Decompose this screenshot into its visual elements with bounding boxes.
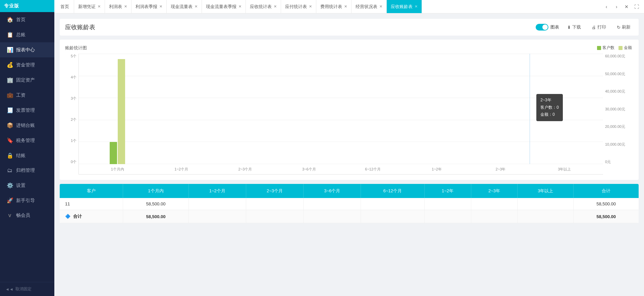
collapse-label: 取消固定 (15, 286, 32, 292)
sidebar-item-closing-label: 结账 (16, 153, 25, 159)
settings-icon: ⚙️ (7, 182, 13, 189)
bar-group-5 (341, 54, 405, 164)
chart-inner: 2~3年 客户数：0 金额：0 1个月内 1~2个月 2~3个月 3~6个月 6… (78, 54, 603, 175)
legend-customers-label: 客户数 (602, 45, 614, 51)
sidebar-item-ledger[interactable]: 📋 总账 (0, 27, 54, 42)
tab-receivable-stat[interactable]: 应收统计表 ✕ (246, 0, 281, 13)
bars-area (79, 54, 603, 164)
tab-aging[interactable]: 应收账龄表 ✕ (387, 0, 422, 13)
tab-payable-stat[interactable]: 应付统计表 ✕ (281, 0, 316, 13)
col-header-1-2m: 1~2个月 (189, 184, 246, 198)
total-row: 🔷 合计 58,500.00 58,500.00 (60, 210, 639, 223)
tab-cashflow-quarter[interactable]: 现金流量表季报 ✕ (202, 0, 246, 13)
sidebar-item-funds[interactable]: 💰 资金管理 (0, 57, 54, 72)
tab-profit-close[interactable]: ✕ (124, 4, 127, 9)
tab-cashflow[interactable]: 现金流量表 ✕ (167, 0, 202, 13)
tab-profit-quarter[interactable]: 利润表季报 ✕ (131, 0, 167, 13)
y-right-1: 10,000.00元 (605, 142, 625, 147)
x-label-6: 1~2年 (405, 164, 469, 174)
y-left-4: 4个 (71, 75, 76, 80)
page-actions: 图表 ⬇ 下载 🖨 打印 ↻ 刷新 (536, 23, 633, 32)
print-button[interactable]: 🖨 打印 (589, 23, 609, 32)
assets-icon: 🏢 (7, 77, 13, 83)
sidebar-item-guide[interactable]: 🚀 新手引导 (0, 193, 54, 208)
tab-expense-stat-close[interactable]: ✕ (344, 4, 347, 9)
row-1m: 58,500.00 (123, 198, 189, 210)
row-customer: 11 (60, 198, 123, 210)
sidebar-collapse[interactable]: ◄◄ 取消固定 (0, 282, 54, 296)
tab-operation-stat-close[interactable]: ✕ (379, 4, 382, 9)
sidebar-item-archive[interactable]: 🗂 归档管理 (0, 163, 54, 178)
sidebar-item-closing[interactable]: 🔒 结账 (0, 148, 54, 163)
y-right-2: 20,000.00元 (605, 124, 625, 129)
tab-home[interactable]: 首页 (56, 0, 74, 13)
tab-profit-label: 利润表 (109, 4, 122, 10)
sidebar-item-ledger-label: 总账 (16, 32, 25, 38)
sidebar-item-invoices-label: 发票管理 (16, 107, 35, 113)
tab-payable-stat-close[interactable]: ✕ (309, 4, 312, 9)
download-button[interactable]: ⬇ 下载 (565, 23, 584, 32)
x-label-8: 3年以上 (533, 164, 596, 174)
sidebar-item-reports[interactable]: 📊 报表中心 (0, 42, 54, 57)
member-icon: V (7, 213, 13, 218)
tab-scroll-left[interactable]: ‹ (602, 2, 611, 11)
tab-maximize[interactable]: ⛶ (632, 2, 641, 11)
tab-operation-stat-label: 经营状况表 (356, 4, 377, 10)
sidebar-item-salary[interactable]: 💼 工资 (0, 88, 54, 103)
bar-group-3 (213, 54, 277, 164)
sidebar-item-invoices[interactable]: 🧾 发票管理 (0, 103, 54, 118)
x-axis: 1个月内 1~2个月 2~3个月 3~6个月 6~12个月 1~2年 2~3年 … (79, 164, 603, 174)
tab-bar: 首页 新增凭证 ✕ 利润表 ✕ 利润表季报 ✕ 现金流量表 ✕ 现金流量表季报 … (54, 0, 644, 13)
y-axis-right: 60,000.00元 50,000.00元 40,000.00元 30,000.… (603, 54, 633, 175)
refresh-button[interactable]: ↻ 刷新 (614, 23, 633, 32)
bar-customers-1 (110, 142, 117, 164)
toggle-label: 图表 (550, 24, 559, 30)
sidebar-item-tax[interactable]: 🔖 税务管理 (0, 133, 54, 148)
tab-voucher[interactable]: 新增凭证 ✕ (74, 0, 105, 13)
col-header-1-2y: 1~2年 (424, 184, 471, 198)
y-left-2: 2个 (71, 117, 76, 122)
funds-icon: 💰 (7, 62, 13, 68)
tab-close-all[interactable]: ✕ (622, 2, 631, 11)
page-content: 应收账龄表 图表 ⬇ 下载 🖨 打印 ↻ 刷新 (54, 13, 644, 296)
y-left-1: 1个 (71, 138, 76, 143)
sales-icon: 📦 (7, 122, 13, 129)
total-1-2y (424, 210, 471, 223)
sidebar-item-sales[interactable]: 📦 进销台账 (0, 118, 54, 133)
total-total: 58,500.00 (574, 210, 639, 223)
sidebar-item-assets[interactable]: 🏢 固定资产 (0, 72, 54, 88)
sidebar-item-settings[interactable]: ⚙️ 设置 (0, 178, 54, 193)
tab-operation-stat[interactable]: 经营状况表 ✕ (352, 0, 387, 13)
total-3y-plus (518, 210, 574, 223)
sidebar-item-home[interactable]: 🏠 首页 (0, 12, 54, 27)
tab-voucher-close[interactable]: ✕ (98, 4, 101, 9)
print-icon: 🖨 (592, 25, 596, 30)
tab-scroll-right[interactable]: › (612, 2, 621, 11)
ledger-icon: 📋 (7, 32, 13, 38)
y-right-0: 0元 (605, 159, 611, 164)
tab-cashflow-close[interactable]: ✕ (195, 4, 198, 9)
col-header-3-6m: 3~6个月 (304, 184, 361, 198)
legend-customers: 客户数 (597, 45, 614, 51)
page-header: 应收账龄表 图表 ⬇ 下载 🖨 打印 ↻ 刷新 (60, 19, 639, 36)
legend-amount-label: 金额 (624, 45, 632, 51)
collapse-arrow-icon: ◄◄ (5, 287, 13, 292)
x-label-2: 1~2个月 (149, 164, 213, 174)
y-left-3: 3个 (71, 96, 76, 101)
tab-expense-stat-label: 费用统计表 (320, 4, 342, 10)
tab-expense-stat[interactable]: 费用统计表 ✕ (316, 0, 352, 13)
row-2-3m (246, 198, 303, 210)
row-1-2y (424, 198, 471, 210)
sidebar-item-reports-label: 报表中心 (16, 47, 35, 53)
archive-icon: 🗂 (7, 167, 13, 174)
tab-cashflow-quarter-close[interactable]: ✕ (238, 4, 241, 9)
tab-profit-quarter-close[interactable]: ✕ (159, 4, 162, 9)
chart-toggle[interactable] (536, 24, 548, 31)
tab-aging-close[interactable]: ✕ (415, 4, 418, 9)
col-header-total: 合计 (574, 184, 639, 198)
total-1-2m (189, 210, 246, 223)
sidebar-item-member[interactable]: V 畅会员 (0, 208, 54, 223)
tab-profit[interactable]: 利润表 ✕ (105, 0, 131, 13)
tab-receivable-stat-close[interactable]: ✕ (274, 4, 277, 9)
tab-voucher-label: 新增凭证 (78, 4, 96, 10)
